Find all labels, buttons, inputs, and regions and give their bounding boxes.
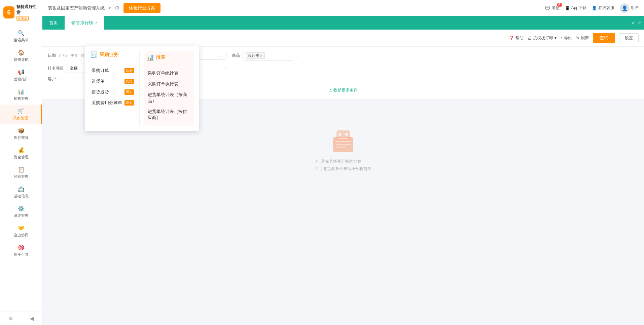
operation-icon: 📋: [18, 166, 25, 173]
service-icon: 👤: [592, 6, 597, 10]
topbar-settings-icon[interactable]: ⚙: [115, 5, 119, 11]
rank-label: 排名项目: [48, 66, 64, 71]
purchase-business-col: 🧾 采购业务 采购订单 历史 进货单 历史 进货退货: [90, 51, 135, 126]
salesman-dots[interactable]: ···: [224, 66, 228, 71]
report-col: 📊 报表 采购订单统计表 采购订单执行表 进货单统计表（按商品）: [144, 51, 194, 126]
user-menu-button[interactable]: 👤 用户: [620, 3, 639, 13]
dropdown-item-return[interactable]: 进货退货 历史: [90, 87, 135, 97]
tab-home[interactable]: 首页: [42, 16, 65, 30]
export-icon: ↑: [561, 36, 563, 40]
goods-dots[interactable]: ···: [296, 53, 299, 58]
history-badge-expense: 历史: [124, 100, 134, 106]
goods-input[interactable]: 设计费 ×: [243, 51, 293, 60]
collapse-sidebar-icon[interactable]: ◀: [30, 315, 34, 322]
window-expand-icon[interactable]: ⤢: [637, 20, 641, 26]
sidebar-bottom: ⚙ ◀: [0, 312, 42, 325]
svg-point-3: [345, 133, 348, 136]
topbar-title: 装备及固定资产辅助管理系统: [48, 5, 105, 11]
empty-step-2: ② 用[过滤]条件来缩小分析范围: [315, 165, 371, 173]
date-more[interactable]: 更多: [71, 53, 78, 58]
purchase-dropdown-menu: 🧾 采购业务 采购订单 历史 进货单 历史 进货退货: [85, 46, 199, 131]
window-close-icon[interactable]: ×: [632, 20, 635, 26]
sidebar-item-quick-nav[interactable]: 🏠 快捷导航: [0, 46, 42, 66]
dropdown-item-purchase-order[interactable]: 采购订单 历史: [90, 65, 135, 76]
tab-close-icon[interactable]: ×: [95, 21, 98, 25]
dropdown-report-incoming-by-goods[interactable]: 进货单统计表（按商品）: [146, 89, 191, 106]
home-icon: 🏠: [18, 49, 25, 56]
search-icon: 🔍: [18, 30, 25, 36]
sidebar-item-search[interactable]: 🔍 搜索菜单: [0, 27, 42, 46]
sidebar-item-enterprise[interactable]: 🤝 企业协同: [0, 221, 42, 241]
dropdown-report-purchase-order-stats[interactable]: 采购订单统计表: [146, 68, 191, 79]
customer-label: 客户: [48, 76, 56, 82]
query-button[interactable]: 查询: [593, 33, 615, 43]
help-button[interactable]: ❓ 帮助: [509, 35, 524, 41]
history-badge-incoming: 历史: [124, 79, 134, 84]
inventory-icon: 📦: [18, 127, 25, 134]
date-7day[interactable]: 近7天: [59, 53, 68, 58]
tabbar: 首页 销售排行榜 × × ⤢: [42, 16, 644, 30]
svg-rect-4: [338, 138, 348, 139]
settings-bottom-icon[interactable]: ⚙: [8, 315, 13, 322]
date-label: 日期: [48, 53, 56, 58]
sidebar-item-basic[interactable]: 📇 基础信息: [0, 182, 42, 202]
topbar-right: 💬 消息 5 📱 App下载 👤 在线客服 👤 用户: [545, 3, 639, 13]
topbar-dropdown-arrow[interactable]: ▾: [109, 6, 111, 10]
export-button[interactable]: ↑ 导出: [561, 35, 572, 41]
topbar: 装备及固定资产辅助管理系统 ▾ ⚙ 体验行业方案 💬 消息 5 📱 App下载 …: [42, 0, 644, 16]
history-badge-purchase-order: 历史: [124, 68, 134, 73]
dropdown-divider: [139, 51, 140, 126]
print-dropdown-icon: ▾: [554, 36, 557, 40]
content-toolbar: ❓ 帮助 🖨 按模板打印 ▾ ↑ 导出 ↻ 刷新 查询 设置: [42, 30, 644, 47]
report-title: 📊 报表: [146, 54, 191, 64]
enterprise-icon: 🤝: [18, 225, 25, 231]
basic-icon: 📇: [18, 186, 25, 192]
print-button[interactable]: 🖨 按模板打印 ▾: [528, 35, 557, 41]
sidebar-item-finance[interactable]: 💰 资金管理: [0, 144, 42, 163]
goods-tag: 设计费 ×: [246, 52, 264, 59]
main-content: 装备及固定资产辅助管理系统 ▾ ⚙ 体验行业方案 💬 消息 5 📱 App下载 …: [42, 0, 644, 325]
svg-rect-5: [336, 141, 351, 142]
empty-illustration: [326, 127, 360, 154]
settings-filter-button[interactable]: 设置: [619, 33, 639, 43]
purchase-title-icon: 🧾: [90, 51, 98, 58]
online-service-button[interactable]: 👤 在线客服: [592, 5, 614, 11]
status-dots: ...: [220, 53, 223, 58]
sidebar-logo: 6 畅捷通好生意 标准版: [0, 0, 42, 25]
empty-steps-text: ① 请先选择要分析的方案 ② 用[过滤]条件来缩小分析范围: [315, 158, 371, 172]
sidebar-item-operation[interactable]: 📋 经营管理: [0, 163, 42, 182]
refresh-button[interactable]: ↻ 刷新: [576, 35, 589, 41]
sidebar-item-sales[interactable]: 📊 销售管理: [0, 85, 42, 105]
industry-plan-button[interactable]: 体验行业方案: [123, 3, 160, 13]
purchase-business-title: 🧾 采购业务: [90, 51, 135, 61]
sidebar-item-purchase[interactable]: 🛒 采购管理: [0, 105, 42, 124]
purchase-icon: 🛒: [17, 108, 24, 114]
collapse-arrow-icon: ∧: [329, 88, 332, 93]
sales-icon: 📊: [18, 88, 25, 95]
dropdown-item-incoming[interactable]: 进货单 历史: [90, 76, 135, 87]
message-icon: 💬: [545, 6, 550, 10]
help-icon: ❓: [509, 36, 514, 40]
sidebar-item-guide[interactable]: 🎯 新手引导: [0, 241, 42, 260]
sidebar-item-system[interactable]: ⚙️ 系统管理: [0, 202, 42, 221]
logo-icon: 6: [3, 6, 14, 18]
content-area: ❓ 帮助 🖨 按模板打印 ▾ ↑ 导出 ↻ 刷新 查询 设置: [42, 30, 644, 325]
goods-tag-close-icon[interactable]: ×: [260, 54, 262, 58]
dropdown-report-incoming-by-supplier[interactable]: 进货单统计表（按供应商）: [146, 106, 191, 123]
goods-label: 商品: [232, 53, 240, 58]
user-avatar: 👤: [620, 3, 629, 13]
tab-sales-rank[interactable]: 销售排行榜 ×: [65, 16, 104, 30]
sidebar-item-marketing[interactable]: 📢 营销推广: [0, 66, 42, 85]
refresh-icon: ↻: [576, 36, 579, 40]
notifications-button[interactable]: 💬 消息 5: [545, 5, 560, 11]
dropdown-item-expense[interactable]: 采购费用分摊单 历史: [90, 97, 135, 108]
system-icon: ⚙️: [18, 205, 25, 212]
sidebar-item-inventory[interactable]: 📦 库存核算: [0, 124, 42, 144]
report-title-icon: 📊: [146, 54, 154, 61]
phone-icon: 📱: [565, 6, 570, 10]
logo-text: 畅捷通好生意 标准版: [16, 4, 39, 21]
goods-filter-group: 商品 设计费 × ···: [232, 51, 299, 60]
marketing-icon: 📢: [18, 69, 25, 75]
dropdown-report-purchase-order-exec[interactable]: 采购订单执行表: [146, 79, 191, 89]
app-download-button[interactable]: 📱 App下载: [565, 5, 586, 11]
